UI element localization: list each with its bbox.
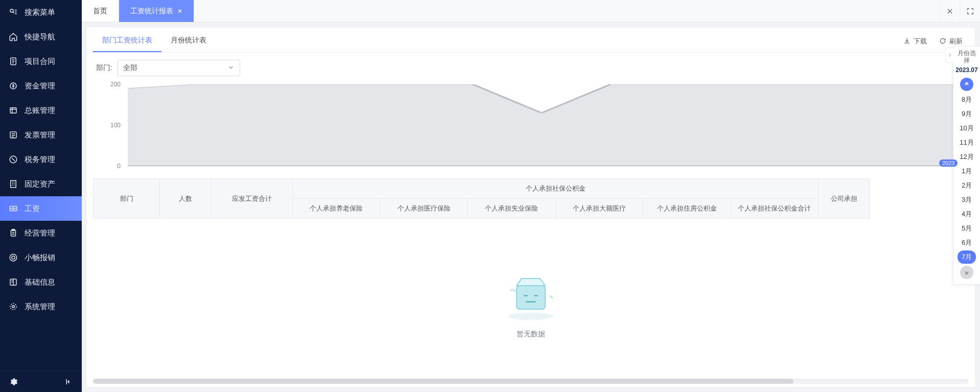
sidebar-item-label: 小畅报销 [25,253,55,263]
tab-0[interactable]: 首页 [82,0,119,22]
month-item[interactable]: 9月 [958,107,976,121]
tabs-bar: 首页工资统计报表✕ [82,0,980,22]
card-header: 部门工资统计表 月份统计表 下载 刷新 [87,28,975,53]
tab-1[interactable]: 工资统计报表✕ [119,0,194,22]
dept-select[interactable]: 全部 [118,60,240,76]
reimburse-icon [8,252,18,263]
chevron-down-icon [227,64,235,73]
empty-state: 暂无数据 [93,219,969,375]
sub-tab-dept-stats[interactable]: 部门工资统计表 [93,28,161,52]
close-icon[interactable]: ✕ [177,8,182,15]
month-scroll-up[interactable] [960,78,973,91]
sidebar-footer [0,371,82,392]
col-sub-5: 个人承担社保公积金合计 [731,199,819,219]
sidebar-item-10[interactable]: 小畅报销 [0,245,82,270]
building-icon [8,179,18,189]
collapse-sidebar-icon[interactable] [63,377,74,387]
dept-filter-label: 部门: [96,63,112,73]
clipboard-icon [8,228,18,238]
svg-rect-17 [517,286,545,309]
svg-rect-6 [11,180,16,188]
filter-row: 部门: 全部 [87,53,975,79]
month-item[interactable]: 1月 [958,165,976,178]
y-tick: 100 [110,122,121,129]
sidebar-item-label: 搜索菜单 [25,8,55,17]
book-icon [8,277,18,287]
empty-illustration-icon [500,265,562,321]
sidebar-item-0[interactable]: 搜索菜单 [0,0,82,25]
svg-point-14 [12,306,15,308]
month-item[interactable]: 12月 [955,150,977,164]
refresh-label: 刷新 [949,37,963,46]
sidebar-item-9[interactable]: 经营管理 [0,221,82,245]
sidebar-item-1[interactable]: 快捷导航 [0,25,82,49]
sidebar-item-7[interactable]: 固定资产 [0,172,82,196]
svg-rect-21 [526,301,536,303]
salary-icon [8,203,18,214]
month-scroll-down[interactable] [960,266,973,279]
svg-point-0 [10,9,13,12]
month-item[interactable]: 10月 [955,122,977,135]
tab-label: 工资统计报表 [130,7,173,16]
col-group-personal: 个人承担社保公积金 [293,179,819,199]
sidebar-item-6[interactable]: 税务管理 [0,147,82,172]
month-item[interactable]: 3月 [958,193,976,206]
sidebar-item-label: 工资 [25,204,40,214]
tab-label: 首页 [93,7,107,16]
download-label: 下载 [914,37,927,46]
main: 首页工资统计报表✕ 部门工资统计表 月份统计表 下载 [82,0,980,392]
svg-point-16 [508,313,553,320]
dept-select-value: 全部 [123,63,137,73]
sidebar-item-label: 固定资产 [25,179,55,189]
sidebar-item-label: 基础信息 [25,278,55,287]
salary-table: 部门 人数 应发工资合计 个人承担社保公积金 公司承担 个人承担养老保险个人承担… [93,178,870,219]
svg-point-13 [10,304,16,310]
settings-icon[interactable] [8,377,18,387]
sidebar-item-label: 资金管理 [25,81,55,91]
month-item[interactable]: 5月 [958,222,976,235]
horizontal-scrollbar[interactable] [93,379,969,384]
svg-point-11 [10,254,17,261]
sidebar-item-label: 项目合同 [25,57,55,66]
col-sub-0: 个人承担养老保险 [293,199,381,219]
sidebar-item-2[interactable]: 项目合同 [0,49,82,74]
month-item[interactable]: 6月 [958,236,976,249]
sidebar-item-label: 经营管理 [25,228,55,238]
sidebar-item-label: 系统管理 [25,302,55,312]
month-item[interactable]: 4月 [958,207,976,221]
content-card: 部门工资统计表 月份统计表 下载 刷新 部门: [87,28,975,387]
col-sub-1: 个人承担医疗保险 [380,199,468,219]
sub-tab-month-stats[interactable]: 月份统计表 [161,28,216,52]
sidebar-item-12[interactable]: 系统管理 [0,294,82,319]
close-all-tabs-button[interactable] [939,0,960,22]
col-gross: 应发工资合计 [211,179,293,219]
y-tick: 200 [110,81,121,88]
chart: 0100200 [87,79,975,178]
svg-rect-20 [534,295,538,296]
chart-plot [128,84,955,166]
fullscreen-button[interactable] [960,0,980,22]
sidebar: 搜索菜单快捷导航项目合同资金管理总账管理发票管理税务管理固定资产工资经营管理小畅… [0,0,82,392]
sidebar-item-label: 税务管理 [25,155,55,165]
sidebar-item-8[interactable]: 工资 [0,196,82,221]
month-item[interactable]: 7月 [958,250,976,264]
month-panel-toggle[interactable] [945,48,953,63]
sidebar-item-4[interactable]: 总账管理 [0,98,82,123]
coin-icon [8,81,18,91]
month-item[interactable]: 8月 [958,93,976,106]
refresh-icon [939,37,946,46]
home-icon [8,32,18,42]
sidebar-item-5[interactable]: 发票管理 [0,123,82,147]
sidebar-item-label: 快捷导航 [25,32,55,42]
table-container[interactable]: 部门 人数 应发工资合计 个人承担社保公积金 公司承担 个人承担养老保险个人承担… [87,178,975,379]
sidebar-item-3[interactable]: 资金管理 [0,74,82,98]
col-sub-4: 个人承担住房公积金 [643,199,731,219]
month-item[interactable]: 11月 [955,136,977,149]
scrollbar-thumb[interactable] [93,379,794,384]
month-item[interactable]: 2月 [958,179,976,192]
gear-ring-icon [8,302,18,312]
download-button[interactable]: 下载 [897,37,933,52]
col-count: 人数 [160,179,211,219]
search-list-icon [8,7,18,17]
sidebar-item-11[interactable]: 基础信息 [0,270,82,294]
